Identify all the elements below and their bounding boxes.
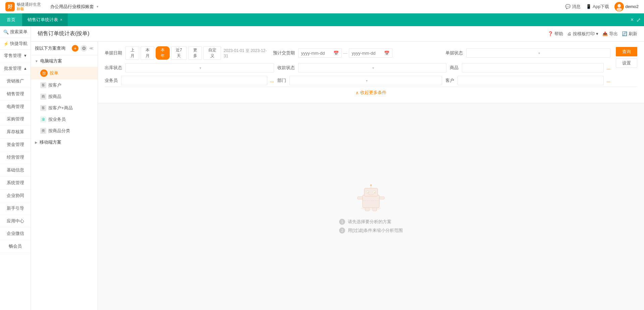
scheme-item-by-product-label: 按商品 [48,94,61,100]
date-btn-custom[interactable]: 自定义 [203,46,221,60]
goods-group: ... [462,63,610,72]
scheme-item-by-category[interactable]: 类 按商品分类 [31,125,98,137]
sales-select[interactable] [121,76,267,85]
scheme-setting-btn[interactable]: ⚙ [80,45,87,52]
tip-1-text: 请先选择要分析的方案 [348,219,391,225]
tab-close-icon[interactable]: × [60,17,62,22]
sidebar-item-member[interactable]: 畅会员 [0,240,31,253]
tab-close-window-icon[interactable]: × [631,17,634,23]
app-download-icon: 📱 [586,4,591,9]
expected-date-end-input[interactable] [352,51,383,56]
date-btn-more[interactable]: 更多 [188,46,202,60]
filter-rows-left: 单据日期 上月 本月 本年 近7天 更多 自定义 2023-01-01 至 20… [105,46,610,85]
svg-point-8 [368,192,369,193]
tab-active[interactable]: 销售订单统计表 × [22,13,68,26]
collapse-icon: ∧ [356,90,359,95]
message-label: 消息 [572,4,581,10]
sidebar-item-basic[interactable]: 基础信息 [0,164,31,177]
message-action[interactable]: 💬 消息 [565,4,581,10]
setting-button[interactable]: 设置 [616,58,637,68]
expected-date-start-input[interactable] [301,51,332,56]
expected-date-end-wrapper[interactable]: 📅 [349,48,392,58]
message-icon: 💬 [565,4,571,9]
sidebar: 🔍 搜索菜单 ⚡ 快捷导航 零售管理 ▾ 批发管理 ▴ 营销推广 销售管理 电商… [0,26,31,310]
scheme-item-by-order[interactable]: 按 按单 [31,67,98,80]
template-print-label: 按模板打印 [573,31,595,37]
ship-status-label: 出库状态 [105,65,122,71]
date-btn-this-year[interactable]: 本年 [156,46,169,60]
template-print-action[interactable]: 🖨 按模板打印 ▾ [567,31,598,37]
sidebar-item-corp[interactable]: 企业协同 [0,190,31,202]
sidebar-item-new-guide[interactable]: 新手引导 [0,202,31,215]
filter-action-buttons: 查询 设置 [616,46,637,85]
pc-group-label: 电脑端方案 [40,58,62,64]
customer-label: 客户 [445,78,454,84]
scheme-item-by-customer-label: 按客户 [48,82,61,88]
logo-text: 畅捷通好生意 标版 [17,2,41,11]
user-area[interactable]: demo2 [614,2,639,11]
sidebar-item-purchase[interactable]: 采购管理 [0,113,31,126]
scheme-item-by-product[interactable]: 商 按商品 [31,91,98,102]
goods-select[interactable] [462,63,604,72]
date-btn-this-month[interactable]: 本月 [141,46,154,60]
scheme-item-by-sales[interactable]: 业 按业务员 [31,114,98,125]
scheme-item-by-cust-prod[interactable]: 客 按客户+商品 [31,102,98,114]
main-layout: 🔍 搜索菜单 ⚡ 快捷导航 零售管理 ▾ 批发管理 ▴ 营销推广 销售管理 电商… [0,26,644,310]
scheme-group-pc-header[interactable]: ▼ 电脑端方案 [31,55,98,67]
workspace-dropdown-arrow[interactable]: ▾ [97,5,98,8]
tab-maximize-icon[interactable]: ⤢ [636,17,641,23]
query-button[interactable]: 查询 [616,47,637,56]
refresh-action[interactable]: 🔄 刷新 [622,31,637,37]
date-btn-last-month[interactable]: 上月 [125,46,139,60]
help-action[interactable]: ❓ 帮助 [548,31,563,37]
status-select[interactable]: ▾ [466,48,610,58]
tab-home[interactable]: 首页 [0,13,22,26]
customer-dots[interactable]: ... [606,78,610,83]
scheme-collapse-btn[interactable]: ≪ [89,46,94,51]
empty-state: 1 请先选择要分析的方案 2 用[过滤]条件来缩小分析范围 [98,103,644,310]
scheme-panel-title: 按以下方案查询 [35,45,65,51]
scheme-group-mobile-header[interactable]: ▶ 移动端方案 [31,137,98,148]
customer-select[interactable] [458,76,604,85]
customer-group: ... [458,76,610,85]
collection-status-select[interactable]: ▾ [298,63,447,72]
date-btn-last7[interactable]: 近7天 [171,46,187,60]
ship-status-select[interactable]: ▾ [125,63,274,72]
sidebar-item-finance[interactable]: 资金管理 [0,139,31,151]
goods-dots[interactable]: ... [606,65,610,70]
svg-rect-14 [365,208,369,211]
status-select-arrow: ▾ [538,51,607,55]
top-bar-left: 好 畅捷通好生意 标版 办公用品行业模拟账套 ▾ [5,2,98,11]
svg-point-2 [616,8,622,11]
sidebar-item-app-center[interactable]: 应用中心 [0,215,31,228]
scheme-add-btn[interactable]: + [72,45,78,52]
scheme-item-by-order-label: 按单 [50,70,58,76]
sidebar-item-operations[interactable]: 经营管理 [0,151,31,164]
sales-dots[interactable]: ... [270,78,274,83]
calendar-start-icon: 📅 [333,51,339,56]
date-label: 单据日期 [105,50,122,56]
sidebar-item-inventory[interactable]: 库存核算 [0,126,31,139]
sidebar-item-wholesale[interactable]: 批发管理 ▴ [0,62,31,75]
sidebar-search[interactable]: 🔍 搜索菜单 [0,26,31,38]
empty-tips: 1 请先选择要分析的方案 2 用[过滤]条件来缩小分析范围 [339,219,402,234]
sidebar-item-sales[interactable]: 销售管理 [0,88,31,101]
sidebar-item-new-guide-label: 新手引导 [7,206,24,211]
export-label: 导出 [609,31,618,37]
scheme-item-by-customer[interactable]: 客 按客户 [31,80,98,91]
expected-date-start-wrapper[interactable]: 📅 [298,48,342,58]
sidebar-item-system[interactable]: 系统管理 [0,177,31,190]
sidebar-item-marketing[interactable]: 营销推广 [0,75,31,88]
export-action[interactable]: 📤 导出 [602,31,618,37]
sidebar-item-retail[interactable]: 零售管理 ▾ [0,50,31,62]
user-avatar [614,2,624,11]
app-download-action[interactable]: 📱 App下载 [586,4,609,10]
scheme-item-by-sales-label: 按业务员 [48,116,66,122]
sidebar-item-corp-wechat[interactable]: 企业微信 [0,227,31,240]
dept-select[interactable]: ▾ [289,76,442,85]
template-print-arrow: ▾ [596,31,598,36]
sidebar-quick-nav[interactable]: ⚡ 快捷导航 [0,38,31,50]
collapse-btn[interactable]: ∧ 收起更多条件 [105,87,637,98]
sidebar-item-ecommerce[interactable]: 电商管理 [0,101,31,113]
svg-rect-15 [373,208,377,211]
